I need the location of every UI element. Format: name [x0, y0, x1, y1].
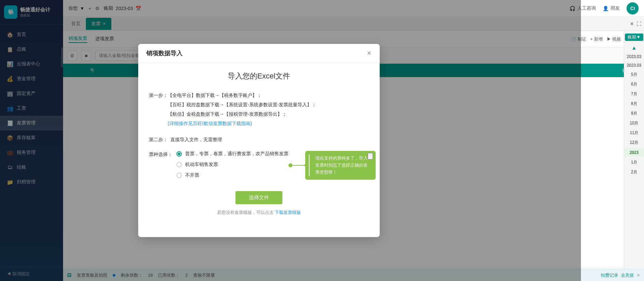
timeline-item[interactable]: 1月: [624, 158, 644, 167]
timeline-item[interactable]: 2023.03: [624, 52, 644, 61]
step1-link[interactable]: (详细操作见百旺/航信发票数据下载指南): [168, 121, 252, 126]
ticket-option-general[interactable]: 普票，专票，卷票，通行费发票，农产品销售发票: [176, 151, 288, 157]
video-button[interactable]: ▶ 视频: [607, 36, 621, 42]
modal-footer-text: 若您没有发票模版，可以点击 下载发票模版: [149, 210, 369, 216]
modal-body: 导入您的Excel文件 第一步： 【全电平台】数据下载→【税务数字账户】； 【百…: [138, 63, 380, 224]
tooltip-bar: [309, 154, 310, 176]
step2-block: 第二步： 直接导入文件，无需整理: [149, 135, 369, 144]
tooltip-text: 现在支持的票种多了，导入发票时别忘了选择正确的发票类型呀！: [315, 155, 371, 176]
timeline-item[interactable]: 2月: [624, 167, 644, 177]
radio-none[interactable]: [176, 173, 182, 178]
step1-block: 第一步： 【全电平台】数据下载→【税务数字账户】； 【百旺】税控盘数据下载→【系…: [149, 91, 369, 128]
radio-motor[interactable]: [176, 162, 182, 167]
step1-line1: 【全电平台】数据下载→【税务数字账户】；: [168, 91, 316, 100]
tooltip-box: ✕ 现在支持的票种多了，导入发票时别忘了选择正确的发票类型呀！: [305, 151, 376, 180]
modal-title: 销项数据导入: [146, 49, 182, 57]
recharge-record-link[interactable]: 扣费记录: [601, 272, 618, 278]
timeline-up-arrow[interactable]: ▲: [630, 44, 638, 52]
timeline-item[interactable]: 7月: [624, 89, 644, 99]
window-maximize-button[interactable]: ⛶: [637, 21, 641, 26]
user-icon: 👤: [603, 6, 608, 11]
period-badge[interactable]: 账期▼: [625, 34, 643, 41]
timeline-item[interactable]: 2023.03: [624, 61, 644, 70]
timeline-item[interactable]: 9月: [624, 109, 644, 118]
select-file-area: 选择文件 若您没有发票模版，可以点击 下载发票模版: [149, 191, 369, 216]
maximize-icon: ⛶: [637, 21, 641, 26]
timeline-item[interactable]: 5月: [624, 70, 644, 79]
close-icon: ✕: [630, 21, 634, 26]
ticket-label: 票种选择：: [149, 152, 172, 158]
step1-line2: 【百旺】税控盘数据下载→【系统设置-系统参数设置-发票批量导入】；: [168, 100, 316, 109]
tooltip-close-button[interactable]: ✕: [368, 153, 373, 160]
user-label: 用友: [610, 5, 620, 11]
timeline-item-current[interactable]: 2023: [624, 148, 644, 157]
window-close-button[interactable]: ✕: [630, 21, 634, 26]
user-info[interactable]: 👤 用友: [603, 5, 620, 11]
timeline-item[interactable]: 8月: [624, 99, 644, 109]
timeline-item[interactable]: 11月: [624, 128, 644, 138]
timeline-item[interactable]: 10月: [624, 118, 644, 128]
avatar: CI: [627, 2, 639, 14]
right-timeline: 账期▼ ▲ 2023.03 2023.03 5月 6月 7月 8月 9月 10月…: [624, 31, 644, 281]
modal-big-title: 导入您的Excel文件: [149, 71, 369, 81]
timeline-item[interactable]: 6月: [624, 79, 644, 89]
modal-header: 销项数据导入 ✕: [138, 44, 380, 63]
radio-general[interactable]: [176, 151, 182, 157]
step2-content: 直接导入文件，无需整理: [170, 135, 222, 144]
modal-close-button[interactable]: ✕: [367, 50, 372, 57]
step1-label: 第一步：: [149, 91, 168, 100]
tooltip-dot: [288, 163, 292, 167]
timeline-item[interactable]: 12月: [624, 138, 644, 148]
modal-overlay[interactable]: 销项数据导入 ✕ 导入您的Excel文件 第一步： 【全电平台】数据下载→【税务…: [0, 0, 581, 281]
recharge-link[interactable]: 去充值: [621, 272, 634, 278]
new-button[interactable]: + 新增: [590, 36, 603, 42]
step2-label: 第二步：: [149, 135, 168, 144]
ticket-option-motor[interactable]: 机动车销售发票: [176, 162, 288, 168]
tooltip-line: [290, 165, 305, 166]
step1-line3: 【航信】金税盘数据下载→【报税管理-发票数据导出】；: [168, 109, 316, 119]
modal: 销项数据导入 ✕ 导入您的Excel文件 第一步： 【全电平台】数据下载→【税务…: [138, 44, 380, 237]
bottom-bar-close-button[interactable]: ✕: [637, 273, 640, 278]
select-file-button[interactable]: 选择文件: [235, 191, 282, 204]
ticket-option-none[interactable]: 不开票: [176, 172, 288, 178]
bottom-bar-right: 扣费记录 去充值 ✕: [601, 272, 640, 278]
download-template-link[interactable]: 下载发票模版: [275, 210, 301, 215]
